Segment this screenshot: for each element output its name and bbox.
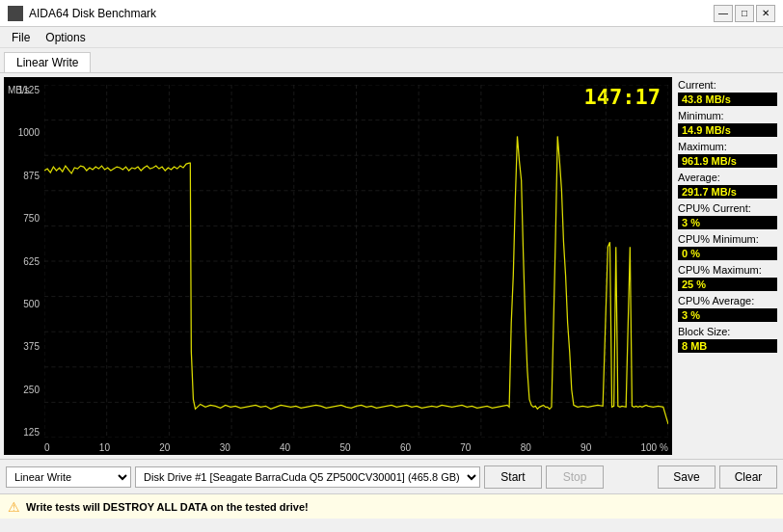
window-title: AIDA64 Disk Benchmark xyxy=(29,7,156,20)
x-label-0: 0 xyxy=(44,442,50,453)
x-axis: 0 10 20 30 40 50 60 70 80 90 100 % xyxy=(44,442,668,453)
warning-text: Write tests will DESTROY ALL DATA on the… xyxy=(26,501,309,513)
x-label-90: 90 xyxy=(580,442,591,453)
clear-button[interactable]: Clear xyxy=(719,466,777,489)
main-content: MB/s 147:17 1125 1000 875 750 625 500 37… xyxy=(0,73,783,459)
block-size-label: Block Size: xyxy=(678,326,777,337)
x-label-70: 70 xyxy=(460,442,471,453)
y-label-625: 625 xyxy=(6,256,42,267)
chart-svg-container xyxy=(44,85,668,438)
drive-select[interactable]: Disk Drive #1 [Seagate BarraCuda Q5 ZP50… xyxy=(135,466,480,488)
y-label-1000: 1000 xyxy=(6,127,42,138)
test-type-select[interactable]: Linear Write xyxy=(6,466,131,488)
save-button[interactable]: Save xyxy=(658,466,716,489)
maximum-value: 961.9 MB/s xyxy=(678,154,777,168)
stop-button[interactable]: Stop xyxy=(546,466,604,489)
y-label-125: 125 xyxy=(6,427,42,438)
warning-icon: ⚠ xyxy=(8,499,20,515)
title-bar-controls: — □ ✕ xyxy=(714,5,775,22)
average-label: Average: xyxy=(678,172,777,183)
cpu-minimum-label: CPU% Minimum: xyxy=(678,233,777,245)
cpu-maximum-label: CPU% Maximum: xyxy=(678,264,777,276)
y-label-1125: 1125 xyxy=(6,85,42,95)
y-label-250: 250 xyxy=(6,385,42,395)
stats-panel: Current: 43.8 MB/s Minimum: 14.9 MB/s Ma… xyxy=(672,73,783,459)
tab-linear-write[interactable]: Linear Write xyxy=(4,52,91,72)
y-label-375: 375 xyxy=(6,341,42,352)
block-size-value: 8 MB xyxy=(678,339,777,353)
chart-area: MB/s 147:17 1125 1000 875 750 625 500 37… xyxy=(4,77,672,455)
current-label: Current: xyxy=(678,79,777,91)
x-label-40: 40 xyxy=(280,442,290,453)
cpu-average-value: 3 % xyxy=(678,308,777,322)
cpu-current-value: 3 % xyxy=(678,216,777,229)
title-bar: AIDA64 Disk Benchmark — □ ✕ xyxy=(0,0,783,27)
menu-options[interactable]: Options xyxy=(38,29,93,46)
app-icon xyxy=(8,6,23,21)
close-button[interactable]: ✕ xyxy=(756,5,775,22)
menu-file[interactable]: File xyxy=(4,29,38,46)
controls-bar: Linear Write Disk Drive #1 [Seagate Barr… xyxy=(0,459,783,493)
warning-bar: ⚠ Write tests will DESTROY ALL DATA on t… xyxy=(0,493,783,519)
x-label-50: 50 xyxy=(339,442,350,453)
x-label-80: 80 xyxy=(521,442,531,453)
cpu-maximum-value: 25 % xyxy=(678,278,777,291)
start-button[interactable]: Start xyxy=(484,466,542,489)
y-label-750: 750 xyxy=(6,213,42,224)
x-label-60: 60 xyxy=(400,442,411,453)
x-label-30: 30 xyxy=(220,442,230,453)
average-value: 291.7 MB/s xyxy=(678,185,777,199)
minimize-button[interactable]: — xyxy=(714,5,733,22)
x-label-20: 20 xyxy=(159,442,170,453)
y-axis: 1125 1000 875 750 625 500 375 250 125 xyxy=(4,77,44,455)
maximize-button[interactable]: □ xyxy=(735,5,754,22)
x-label-10: 10 xyxy=(99,442,110,453)
tab-bar: Linear Write xyxy=(0,48,783,73)
current-value: 43.8 MB/s xyxy=(678,93,777,106)
cpu-minimum-value: 0 % xyxy=(678,247,777,260)
cpu-current-label: CPU% Current: xyxy=(678,202,777,214)
minimum-value: 14.9 MB/s xyxy=(678,123,777,137)
menu-bar: File Options xyxy=(0,27,783,48)
chart-svg xyxy=(44,85,668,438)
cpu-average-label: CPU% Average: xyxy=(678,295,777,306)
y-label-500: 500 xyxy=(6,299,42,309)
x-label-100: 100 % xyxy=(641,442,668,453)
minimum-label: Minimum: xyxy=(678,110,777,121)
title-bar-left: AIDA64 Disk Benchmark xyxy=(8,6,156,21)
y-label-875: 875 xyxy=(6,171,42,181)
maximum-label: Maximum: xyxy=(678,141,777,152)
